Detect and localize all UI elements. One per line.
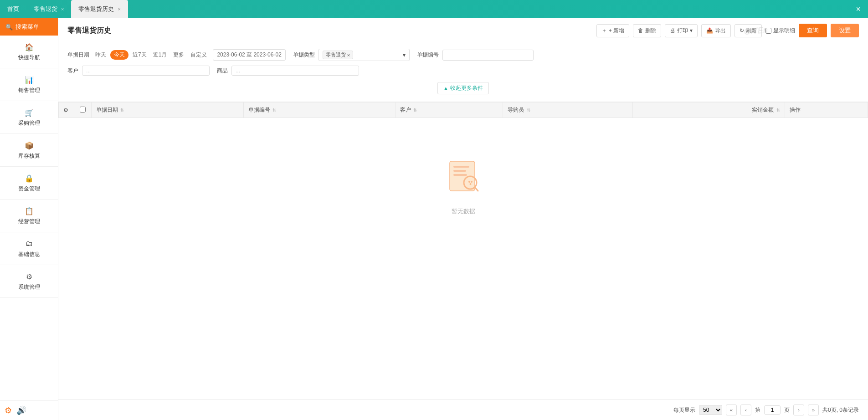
th-customer-label: 客户 bbox=[400, 107, 411, 113]
query-button[interactable]: 查询 bbox=[799, 24, 827, 37]
th-checkbox[interactable] bbox=[75, 102, 92, 118]
date-range-input[interactable]: 2023-06-02 至 2023-06-02 bbox=[213, 49, 285, 61]
goods-filter-select[interactable]: ... bbox=[231, 66, 359, 76]
sidebar-item-quick-nav[interactable]: 🏠 快捷导航 bbox=[0, 36, 58, 68]
tab-retail-return-history-close[interactable]: × bbox=[118, 6, 120, 12]
guide-sort-icon: ⇅ bbox=[527, 108, 530, 113]
sidebar-item-purchase-label: 采购管理 bbox=[18, 119, 40, 127]
svg-point-5 bbox=[467, 179, 474, 186]
date-option-today[interactable]: 今天 bbox=[110, 50, 128, 60]
last-page-button[interactable]: » bbox=[808, 405, 819, 415]
collapse-button[interactable]: ▲ 收起更多条件 bbox=[437, 82, 489, 94]
date-option-custom[interactable]: 自定义 bbox=[188, 50, 209, 60]
date-option-more[interactable]: 更多 bbox=[171, 50, 186, 60]
customer-sort-icon: ⇅ bbox=[413, 108, 417, 113]
svg-line-6 bbox=[475, 187, 478, 191]
empty-text: 暂无数据 bbox=[452, 207, 475, 215]
sidebar-item-system[interactable]: ⚙ 系统管理 bbox=[0, 265, 58, 298]
sidebar-item-inventory[interactable]: 📦 库存核算 bbox=[0, 134, 58, 167]
sidebar-item-business[interactable]: 📋 经营管理 bbox=[0, 200, 58, 232]
svg-rect-2 bbox=[453, 170, 466, 172]
date-option-1month[interactable]: 近1月 bbox=[151, 50, 169, 60]
refresh-button[interactable]: ↻ 刷新 bbox=[734, 24, 762, 37]
system-icon: ⚙ bbox=[24, 271, 34, 282]
sidebar-bottom: ⚙ 🔊 bbox=[0, 400, 58, 420]
th-guide-label: 导购员 bbox=[508, 107, 524, 113]
page-number-input[interactable] bbox=[764, 405, 781, 415]
date-filter-item: 单据日期 昨天 今天 近7天 近1月 更多 自定义 2023-06-02 至 2… bbox=[67, 49, 286, 61]
new-button[interactable]: ＋ + 新增 bbox=[596, 24, 629, 37]
sidebar-item-business-label: 经营管理 bbox=[18, 218, 40, 225]
tab-home[interactable]: 首页 bbox=[0, 0, 26, 18]
filter-row-1: 单据日期 昨天 今天 近7天 近1月 更多 自定义 2023-06-02 至 2… bbox=[67, 49, 859, 61]
voucher-filter-input[interactable] bbox=[442, 50, 534, 61]
delete-button-label: 删除 bbox=[645, 27, 656, 35]
type-filter-tag-close[interactable]: × bbox=[347, 52, 350, 58]
select-all-checkbox[interactable] bbox=[80, 107, 86, 113]
svg-rect-1 bbox=[453, 166, 469, 168]
show-detail-checkbox[interactable]: 显示明细 bbox=[765, 27, 795, 35]
collapse-row: ▲ 收起更多条件 bbox=[67, 80, 859, 96]
th-date-label: 单据日期 bbox=[96, 107, 118, 113]
print-icon: 🖨 bbox=[670, 27, 675, 34]
th-date[interactable]: 单据日期 ⇅ bbox=[92, 102, 244, 118]
sidebar-item-inventory-label: 库存核算 bbox=[18, 152, 40, 160]
th-amount[interactable]: 实销金额 ⇅ bbox=[633, 102, 785, 118]
sidebar: 🔍 搜索菜单 🏠 快捷导航 📊 销售管理 🛒 采购管理 📦 库存核算 🔒 资金管… bbox=[0, 18, 58, 420]
sidebar-item-purchase[interactable]: 🛒 采购管理 bbox=[0, 101, 58, 134]
customer-filter-select[interactable]: ... bbox=[82, 66, 210, 76]
svg-rect-3 bbox=[453, 174, 467, 176]
tab-retail-return-history[interactable]: 零售退货历史 × bbox=[71, 0, 128, 18]
first-page-button[interactable]: « bbox=[726, 405, 737, 415]
collapse-button-label: 收起更多条件 bbox=[450, 84, 483, 92]
sidebar-item-finance[interactable]: 🔒 资金管理 bbox=[0, 167, 58, 200]
sidebar-item-sales[interactable]: 📊 销售管理 bbox=[0, 68, 58, 101]
date-option-7days[interactable]: 近7天 bbox=[130, 50, 149, 60]
sidebar-item-basic-info[interactable]: 🗂 基础信息 bbox=[0, 232, 58, 265]
sidebar-item-sales-label: 销售管理 bbox=[18, 87, 40, 94]
data-table: ⚙ 单据日期 ⇅ 单据编号 ⇅ bbox=[58, 102, 868, 118]
settings-gear-icon[interactable]: ⚙ bbox=[5, 405, 12, 415]
per-page-select[interactable]: 50 10 20 100 bbox=[699, 405, 722, 415]
delete-button[interactable]: 🗑 删除 bbox=[633, 24, 661, 37]
volume-icon[interactable]: 🔊 bbox=[16, 405, 26, 415]
th-customer[interactable]: 客户 ⇅ bbox=[395, 102, 503, 118]
top-bar: 首页 零售退货 × 零售退货历史 × × bbox=[0, 0, 868, 18]
tab-retail-return[interactable]: 零售退货 × bbox=[26, 0, 71, 18]
content-area: 零售退货历史 ＋ + 新增 🗑 删除 🖨 打印 ▾ 📤 导出 bbox=[58, 18, 868, 420]
th-number[interactable]: 单据编号 ⇅ bbox=[243, 102, 395, 118]
sidebar-search[interactable]: 🔍 搜索菜单 bbox=[0, 18, 58, 36]
type-filter-tag: 零售退货 × bbox=[323, 51, 353, 59]
basic-info-icon: 🗂 bbox=[24, 239, 34, 249]
show-detail-input[interactable] bbox=[765, 28, 771, 34]
filter-row-2: 客户 ... 商品 ... bbox=[67, 66, 859, 76]
type-filter-select[interactable]: 零售退货 × ▾ bbox=[318, 49, 410, 61]
th-operation: 操作 bbox=[785, 102, 868, 118]
amount-sort-icon: ⇅ bbox=[776, 108, 780, 113]
export-button[interactable]: 📤 导出 bbox=[701, 24, 731, 37]
date-option-yesterday[interactable]: 昨天 bbox=[93, 50, 108, 60]
total-info: 共0页, 0条记录 bbox=[822, 406, 859, 414]
type-filter-tag-value: 零售退货 bbox=[326, 51, 346, 58]
print-button[interactable]: 🖨 打印 ▾ bbox=[665, 24, 698, 37]
sidebar-item-system-label: 系统管理 bbox=[18, 283, 40, 291]
sidebar-item-basic-info-label: 基础信息 bbox=[18, 251, 40, 258]
tab-retail-return-label: 零售退货 bbox=[34, 5, 57, 13]
customer-filter-item: 客户 ... bbox=[67, 66, 210, 76]
next-page-button[interactable]: › bbox=[793, 405, 804, 415]
table-header: ⚙ 单据日期 ⇅ 单据编号 ⇅ bbox=[59, 102, 868, 118]
tab-retail-return-close[interactable]: × bbox=[61, 6, 64, 12]
th-operation-label: 操作 bbox=[790, 107, 801, 113]
prev-page-button[interactable]: ‹ bbox=[740, 405, 751, 415]
tab-home-label: 首页 bbox=[7, 5, 19, 13]
type-filter-item: 单据类型 零售退货 × ▾ bbox=[293, 49, 410, 61]
empty-illustration bbox=[441, 154, 486, 200]
type-filter-dropdown-icon: ▾ bbox=[403, 52, 406, 58]
setting-button[interactable]: 设置 bbox=[831, 24, 859, 37]
app-close-button[interactable]: × bbox=[848, 0, 868, 18]
th-guide[interactable]: 导购员 ⇅ bbox=[503, 102, 633, 118]
show-detail-label: 显示明细 bbox=[773, 27, 795, 35]
sidebar-item-finance-label: 资金管理 bbox=[18, 185, 40, 193]
page-label: 第 bbox=[755, 406, 760, 414]
th-settings[interactable]: ⚙ bbox=[59, 102, 75, 118]
